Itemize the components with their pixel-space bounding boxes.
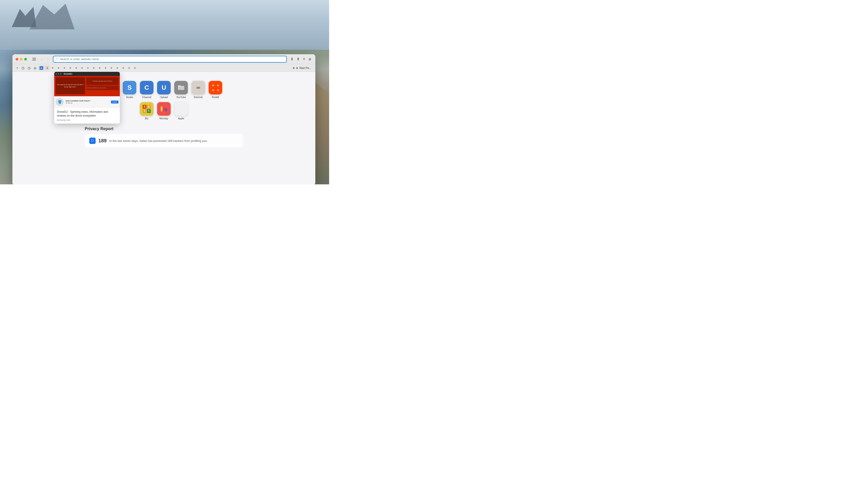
bookmark-item-target[interactable]: ◎ [32,66,38,70]
browser-window: ‹ › 🛡 ⬇ ⬆ + ⊞ ★ ◷ ◷ ◎ e ● [12,54,315,184]
preview-headline: Ten reasons to buy the new DJI Mini 2 dr… [57,84,84,88]
preview-ad-copy: HATE CLEANING YOUR TOILET? So did we. [66,100,90,104]
new-tab-button[interactable]: + [302,56,306,63]
bookmark-star-15[interactable]: ★ [126,66,132,70]
start-page-label: ★ Start Pa... [296,66,311,70]
bookmarks-bar: ★ ◷ ◷ ◎ e ● ★ ★ ★ ★ ★ ★ ★ ★ ★ ★ ★ ★ ★ ★ … [12,64,315,72]
preview-nav-bar: DroneDJ [54,72,120,76]
preview-product-image: 🪣 [56,98,64,106]
star-icon: ★ [16,66,18,69]
reddit-dot-2 [217,85,219,86]
favorite-reddit[interactable]: Reddit [209,81,222,98]
ad-subtext: So did we. [66,102,90,104]
preview-ad: 🪣 HATE CLEANING YOUR TOILET? So did we. … [54,96,120,107]
monday-bar-3 [165,108,167,111]
bookmark-item-drone[interactable]: ● [45,66,50,70]
reddit-dot-3 [213,90,214,91]
favorite-upload[interactable]: U Upload [157,81,170,98]
address-bar[interactable]: 🛡 [53,56,287,63]
reddit-cell-2 [216,83,220,88]
share-icon: ⬆ [297,57,300,61]
bookmark-star-9[interactable]: ★ [91,66,96,70]
monday-bars [161,106,167,111]
history-icon: ◷ [22,66,24,70]
bookmark-star-3[interactable]: ★ [56,66,61,70]
bookmark-star-11[interactable]: ★ [103,66,108,70]
privacy-description: In the last seven days, Safari has preve… [110,139,239,142]
reddit-icon [209,81,222,94]
bookmark-star-2[interactable]: ★ [50,66,55,70]
shield-icon: 🛡 [91,139,94,142]
bookmark-item-clock[interactable]: ◷ [26,65,32,71]
favorite-channel[interactable]: C Channel [140,81,153,98]
bookmark-star-10[interactable]: ★ [97,66,102,70]
reddit-label: Reddit [212,96,219,98]
reddit-cell-1 [211,83,215,88]
bookmark-star-13[interactable]: ★ [115,66,120,70]
biz-icon: B B A C [140,102,153,116]
bookmark-star-6[interactable]: ★ [73,66,79,70]
favorite-apple[interactable]: Apple [174,102,188,120]
favorite-monday[interactable]: Monday [157,102,170,120]
folder-svg [178,85,184,90]
bookmark-star-16[interactable]: ★ [132,66,138,70]
favorite-biz[interactable]: B B A C Biz [140,102,153,120]
start-page-bookmark[interactable]: ★ ★ Start Pa... [291,66,313,70]
upload-label: Upload [160,96,168,98]
bookmark-star-8[interactable]: ★ [85,66,91,70]
tracker-count: 189 [98,138,107,144]
studio-icon: S [123,81,136,94]
tab-preview-popup: DroneDJ Ten reasons to buy the new DJI M… [54,72,120,124]
ad-cta-button[interactable]: SHINE [111,101,119,103]
preview-dot-2 [58,73,59,74]
favorite-studio[interactable]: S Studio [123,81,136,98]
bookmark-star-7[interactable]: ★ [79,66,85,70]
download-button[interactable]: ⬇ [289,56,294,62]
bookmark-star-5[interactable]: ★ [68,66,73,70]
bookmark-item-e-active[interactable]: e [38,66,44,70]
e-icon: e [39,66,43,70]
favorite-electrek[interactable]: ee Electrek [191,81,205,98]
monday-label: Monday [159,117,168,120]
preview-dot-1 [56,73,57,74]
preview-content: Ten reasons to buy the new DJI Mini 2 dr… [54,76,120,96]
bookmark-item-1[interactable]: ★ [15,66,20,70]
close-button[interactable] [16,58,18,61]
plus-icon: + [303,57,305,61]
favorite-youtube[interactable]: YouTube [174,81,188,98]
minimize-button[interactable] [20,58,23,61]
forward-button[interactable]: › [46,56,50,62]
monday-icon [157,102,170,116]
share-button[interactable]: ⬆ [296,56,301,62]
preview-article-text: A Rookie pilot flies both DJI Minis [92,80,113,82]
tab-overview-button[interactable]: ⊞ [308,56,312,62]
monday-bar-1 [161,106,162,111]
bookmark-star-4[interactable]: ★ [62,66,67,70]
drone-icon: ● [46,66,48,70]
upload-icon: U [157,81,170,94]
apple-icon [174,102,188,116]
youtube-label: YouTube [176,96,186,98]
bookmark-star-14[interactable]: ★ [121,66,126,70]
privacy-report-card[interactable]: 🛡 189 In the last seven days, Safari has… [85,134,243,148]
tab-preview-info: DroneDJ - Spinning news, information and… [54,107,120,124]
privacy-shield-icon: 🛡 [56,57,59,61]
maximize-button[interactable] [24,58,27,61]
preview-sidebar: A Rookie pilot flies both DJI Minis $9,5… [86,77,119,95]
biz-cell-b2: B [147,105,151,109]
product-icon: 🪣 [58,100,62,104]
studio-label: Studio [126,96,133,98]
ad-brand-label: SHINE [112,101,117,103]
bookmark-star-12[interactable]: ★ [109,66,114,70]
reddit-dot-4 [217,90,219,91]
clock-icon: ◷ [28,66,31,70]
apple-label: Apple [178,117,184,120]
url-input[interactable] [60,57,284,61]
bookmark-item-history[interactable]: ◷ [20,65,26,71]
ad-headline: HATE CLEANING YOUR TOILET? [66,100,90,102]
reddit-cell-4 [216,88,220,92]
sidebar-toggle-button[interactable] [31,57,37,61]
back-button[interactable]: ‹ [39,56,43,62]
preview-price-text: $9,500 | $9,996 look at the DJI... [87,87,107,89]
youtube-icon [174,81,188,94]
